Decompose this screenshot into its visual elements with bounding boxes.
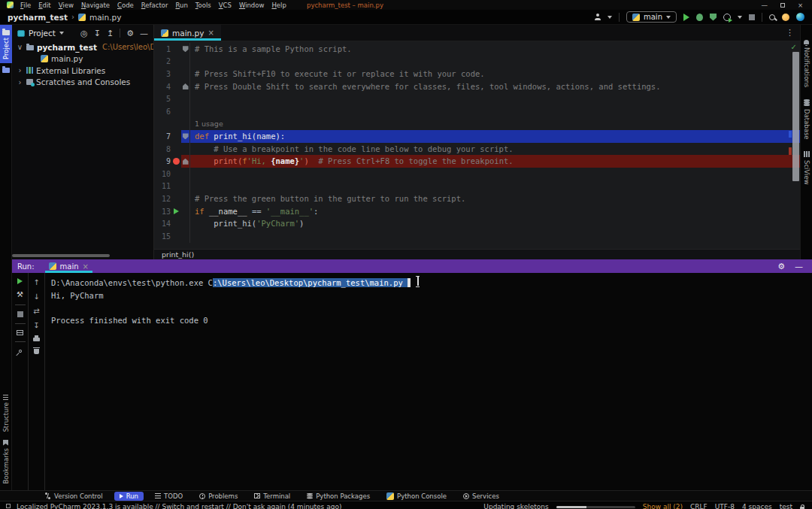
tool-stripe-bookmarks[interactable]: Bookmarks [0,436,12,488]
tool-stripe-notifications[interactable]: Notifications [803,40,810,87]
editor-tab-main-py[interactable]: main.py × [154,25,221,41]
menu-window[interactable]: Window [239,2,265,9]
tree-row-scratches[interactable]: › Scratches and Consoles [12,77,153,89]
panel-settings-icon[interactable]: ⚙ [126,29,134,38]
fold-marker-icon[interactable] [183,133,189,139]
maximize-button[interactable] [780,3,785,8]
menu-file[interactable]: File [20,2,31,9]
tool-stripe-database[interactable]: Database [803,99,810,139]
toolwindow-version-control[interactable]: Version Control [39,492,108,501]
services-icon [463,493,469,499]
tree-row-external-libraries[interactable]: › External Libraries [12,65,153,77]
run-tab-main[interactable]: main × [44,259,94,273]
run-button[interactable] [683,14,689,21]
tool-stripe-sciview[interactable]: SciView [803,151,810,185]
profiler-button[interactable] [723,14,731,21]
chevron-down-icon[interactable]: ∨ [17,43,23,51]
run-settings-icon[interactable]: ⚒ [17,290,23,298]
project-panel-title[interactable]: Project [29,29,56,38]
project-view-dropdown-icon[interactable] [59,32,64,35]
tool-stripe-project[interactable]: Project [0,25,12,63]
horizontal-scrollbar[interactable] [12,254,110,257]
inspection-ok-icon[interactable]: ✓ [791,43,797,51]
minimize-button[interactable]: — [761,2,768,9]
status-notification[interactable]: Localized PyCharm 2023.1.3 is available … [17,502,341,509]
toolwindow-terminal[interactable]: Terminal [249,492,295,501]
close-tab-icon[interactable]: × [208,29,214,37]
breadcrumb-file[interactable]: main.py [89,13,121,22]
code-line-breakpoint: 9 print(f'Hi, {name}') # Press Ctrl+F8 t… [154,155,800,168]
menu-help[interactable]: Help [271,2,286,9]
restore-layout-icon[interactable] [17,330,23,335]
run-panel-settings-icon[interactable]: ⚙ [777,262,785,271]
run-console-output[interactable]: D:\Anaconda\envs\test\python.exe C:\User… [45,273,812,490]
chevron-right-icon[interactable]: › [17,78,23,86]
fold-marker-icon[interactable] [183,159,189,165]
editor-scrollbar[interactable] [792,52,799,181]
breadcrumb-scope[interactable]: print_hi() [162,250,194,259]
user-icon[interactable] [594,14,601,20]
chevron-right-icon[interactable]: › [17,66,23,74]
run-line-icon[interactable] [174,208,179,214]
scroll-to-end-icon[interactable]: ↧ [33,321,39,329]
line-separator-widget[interactable]: CRLF [690,502,707,509]
menu-navigate[interactable]: Navigate [81,2,110,9]
usages-inlay-hint[interactable]: 1 usage [190,118,800,131]
commit-icon[interactable] [2,68,10,73]
stop-button[interactable] [749,14,755,20]
menu-view[interactable]: View [59,2,74,9]
menu-tools[interactable]: Tools [195,2,211,9]
ide-feature-icon[interactable] [796,13,804,21]
notifications-label: Notifications [803,47,810,87]
clear-console-icon[interactable] [34,349,39,354]
close-tab-icon[interactable]: × [83,262,89,271]
interpreter-widget[interactable]: test [780,502,792,509]
toolwindow-services[interactable]: Services [458,492,504,501]
print-icon[interactable] [33,338,40,341]
rerun-button[interactable] [17,278,23,284]
debug-button[interactable] [696,14,703,21]
editor-options-icon[interactable]: ⋮ [786,28,800,38]
fold-marker-icon[interactable] [183,83,189,89]
expand-all-icon[interactable]: ↧ [94,29,101,38]
menu-code[interactable]: Code [117,2,134,9]
soft-wrap-icon[interactable]: ⇄ [33,307,39,315]
stop-button[interactable] [17,311,23,317]
indent-widget[interactable]: 4 spaces [742,502,772,509]
update-notification-icon[interactable] [782,14,789,21]
show-all-link[interactable]: Show all (2) [643,502,683,509]
fold-marker-icon[interactable] [183,46,189,52]
profiler-dropdown-icon[interactable] [738,16,742,19]
coverage-button[interactable] [710,14,717,21]
user-dropdown-icon[interactable] [607,16,612,19]
toolwindow-todo[interactable]: TODO [150,492,188,501]
toolwindow-run[interactable]: Run [114,492,144,501]
menu-run[interactable]: Run [175,2,187,9]
menu-bar: File Edit View Navigate Code Refactor Ru… [20,2,286,9]
up-stack-trace-icon[interactable]: ↑ [33,278,39,286]
code-area[interactable]: 1# This is a sample Python script. 2 3# … [154,41,800,249]
breakpoint-icon[interactable] [173,158,180,165]
down-stack-trace-icon[interactable]: ↓ [33,292,39,301]
locate-file-icon[interactable]: ◎ [80,29,88,38]
toolwindow-python-console[interactable]: Python Console [381,492,452,501]
tool-stripe-structure[interactable]: Structure [0,391,12,436]
tree-row-main-py[interactable]: main.py [12,53,153,65]
hide-panel-icon[interactable]: — [140,29,148,38]
collapse-all-icon[interactable]: ↥ [107,29,114,38]
run-panel-body: ⚒ ↑ ↓ ⇄ ↧ [12,273,812,490]
pin-tab-icon[interactable] [18,349,23,353]
tree-row-project-root[interactable]: ∨ pycharm_test C:\Users\leo\Desktop\ [12,41,153,53]
toolwindow-problems[interactable]: Problems [194,492,243,501]
search-everywhere-icon[interactable] [769,14,775,20]
menu-edit[interactable]: Edit [38,2,50,9]
close-button[interactable]: × [798,2,803,9]
notification-checkbox-icon[interactable] [6,504,11,508]
menu-vcs[interactable]: VCS [219,2,232,9]
menu-refactor[interactable]: Refactor [141,2,168,9]
hide-run-panel-icon[interactable]: — [795,262,803,271]
toolwindow-python-packages[interactable]: Python Packages [301,492,375,501]
run-configuration-select[interactable]: main [626,11,677,23]
encoding-widget[interactable]: UTF-8 [715,502,735,509]
breadcrumb-project[interactable]: pycharm_test [8,13,68,22]
